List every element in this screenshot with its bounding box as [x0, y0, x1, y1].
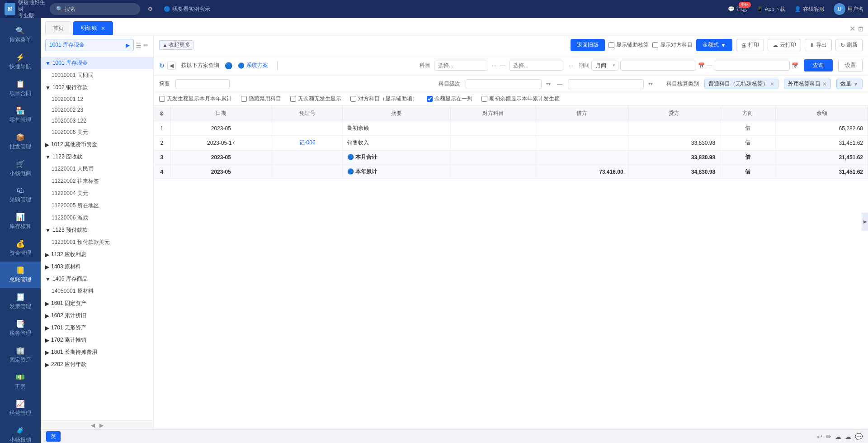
cb-no-balance2[interactable]: 无余额无发生显示 — [290, 95, 341, 103]
voucher-link[interactable]: 记-006 — [299, 139, 316, 146]
sidebar-item-operation[interactable]: 📈 经营管理 — [0, 395, 41, 422]
cb-balance-one-col[interactable]: 余额显示在一列 — [427, 95, 472, 103]
cb-no-balance[interactable]: 无发生额显示本月本年累计 — [159, 95, 232, 103]
tab-home[interactable]: 首页 — [45, 21, 71, 35]
style-btn[interactable]: 金额式 ▼ — [696, 39, 732, 51]
filter-settings-btn[interactable]: 设置 — [838, 59, 863, 72]
tree-item-11220006[interactable]: 11220006 游戏 — [41, 212, 153, 224]
tag-close-icon[interactable]: ✕ — [770, 81, 774, 87]
tag-normal-account[interactable]: 普通科目（无特殊核算） ✕ — [704, 79, 778, 89]
close-icon[interactable]: ✕ — [849, 24, 855, 33]
col-settings[interactable]: ⚙ — [154, 106, 170, 121]
refresh-btn[interactable]: ↻ 刷新 — [835, 39, 863, 51]
tree-item-14050001[interactable]: 14050001 原材料 — [41, 285, 153, 297]
tree-item-1405[interactable]: ▼ 1405 库存商品 — [41, 273, 153, 285]
sidebar-item-invoice[interactable]: 🧾 发票管理 — [0, 288, 41, 315]
cloud-bottom-icon2[interactable]: ☁ — [845, 433, 851, 440]
tree-item-1122[interactable]: ▼ 1122 应收款 — [41, 151, 153, 163]
kemu-input[interactable] — [434, 61, 488, 71]
chat-bottom-icon[interactable]: 💬 — [855, 433, 863, 440]
sidebar-item-inventory[interactable]: 📊 库存核算 — [0, 208, 41, 235]
sidebar-item-general[interactable]: 📒 总账管理 — [0, 262, 41, 288]
demo-link[interactable]: 🔵 我要看实例演示 — [164, 5, 210, 13]
account-selector[interactable]: 1001 库存现金 ▶ — [45, 39, 134, 51]
export-btn[interactable]: ⬆ 导出 — [805, 39, 832, 51]
tag-close-icon2[interactable]: ✕ — [822, 81, 827, 87]
sidebar-item-purchase[interactable]: 🛍 采购管理 — [0, 182, 41, 208]
undo-icon[interactable]: ↩ — [817, 433, 822, 440]
tree-item-1701[interactable]: ▶ 1701 无形资产 — [41, 322, 153, 334]
cb-period-balance[interactable]: 期初余额显示本年累计发生额 — [481, 95, 560, 103]
cloud-bottom-icon[interactable]: ☁ — [835, 433, 841, 440]
user-avatar[interactable]: U 用户名 — [834, 3, 863, 15]
sidebar-item-salary[interactable]: 💵 工资 — [0, 368, 41, 395]
tree-item-2202[interactable]: ▶ 2202 应付年款 — [41, 358, 153, 371]
right-arrow-icon[interactable]: ▶ — [99, 422, 104, 429]
gear-icon[interactable]: ⚙ — [144, 3, 156, 15]
sidebar-item-retail[interactable]: 🏪 零售管理 — [0, 102, 41, 129]
show-contra-checkbox[interactable]: 显示对方科目 — [652, 41, 693, 49]
sidebar-item-project[interactable]: 📋 项目合同 — [0, 75, 41, 102]
maximize-icon[interactable]: ⊡ — [858, 25, 863, 33]
left-arrow-icon[interactable]: ◀ — [91, 422, 95, 429]
edit-icon[interactable]: ✏ — [143, 42, 149, 49]
level-end-wrapper[interactable]: ▼ — [649, 81, 654, 86]
sidebar-item-sales[interactable]: 🧳 小畅报销 — [0, 422, 41, 443]
collapse-more-btn[interactable]: ▲ 收起更多 — [159, 40, 193, 50]
sidebar-item-capital[interactable]: 💰 资金管理 — [0, 235, 41, 262]
sidebar-item-search[interactable]: 🔍 搜索菜单 — [0, 22, 41, 48]
period-type-select[interactable]: 月间 — [591, 61, 618, 71]
cloud-print-btn[interactable]: ☁ 云打印 — [768, 39, 801, 51]
cb-show-contra[interactable]: 对方科目（显示辅助项） — [350, 95, 418, 103]
tree-item-1012[interactable]: ▶ 1012 其他货币资金 — [41, 138, 153, 151]
period-calendar-icon[interactable]: 📅 — [698, 62, 705, 69]
collapse-left-btn[interactable]: ◀ — [167, 62, 176, 70]
sidebar-item-assets[interactable]: 🏢 固定资产 — [0, 342, 41, 368]
topbar-search[interactable]: 🔍 搜索 — [50, 3, 140, 15]
cb-hide-disabled[interactable]: 隐藏禁用科目 — [241, 95, 281, 103]
level-start-input[interactable]: 1级 — [466, 79, 542, 89]
tag-foreign-currency[interactable]: 外币核算科目 ✕ — [784, 79, 831, 89]
plan-item[interactable]: 🔵 系统方案 — [238, 62, 268, 69]
tree-item-1602[interactable]: ▶ 1602 累计折旧 — [41, 310, 153, 322]
tree-item-11220001[interactable]: 11220001 人民币 — [41, 163, 153, 175]
period-start-input[interactable]: 2023-05 — [620, 61, 696, 71]
print-btn[interactable]: 🖨 打印 — [736, 39, 764, 51]
sidebar-item-wholesale[interactable]: 📦 批发管理 — [0, 129, 41, 155]
tree-item-1601[interactable]: ▶ 1601 固定资产 — [41, 297, 153, 310]
tree-item-10020003[interactable]: 10020003 122 — [41, 115, 153, 126]
sidebar-item-ecommerce[interactable]: 🛒 小畅电商 — [0, 155, 41, 182]
tree-item-11230001[interactable]: 11230001 预付款款美元 — [41, 236, 153, 248]
kemu-input2[interactable] — [509, 61, 563, 71]
tree-item-1403[interactable]: ▶ 1403 原材料 — [41, 261, 153, 273]
tree-item-10010001[interactable]: 10010001 同同同 — [41, 69, 153, 81]
tree-item-11220004[interactable]: 11220004 美元 — [41, 187, 153, 200]
query-btn[interactable]: 查询 — [804, 59, 833, 71]
show-aux-checkbox[interactable]: 显示辅助核算 — [609, 41, 649, 49]
edit-bottom-icon[interactable]: ✏ — [826, 433, 831, 440]
summary-input[interactable] — [175, 79, 230, 89]
online-service-btn[interactable]: 👤 在线客服 — [794, 5, 825, 13]
tree-item-1002[interactable]: ▼ 1002 银行存款 — [41, 81, 153, 94]
tree-item-10020001[interactable]: 10020001 12 — [41, 94, 153, 105]
message-btn[interactable]: 💬 消息 99+ — [728, 5, 747, 13]
tree-item-1123[interactable]: ▼ 1123 预付款款 — [41, 224, 153, 236]
sidebar-item-tax[interactable]: 📑 税务管理 — [0, 315, 41, 342]
tree-item-11220002[interactable]: 11220002 往来标签 — [41, 175, 153, 187]
period-type-wrapper[interactable]: 月间 — [591, 61, 618, 71]
tab-detail[interactable]: 明细账 ✕ — [73, 21, 113, 35]
period-calendar-icon2[interactable]: 📅 — [792, 62, 798, 69]
back-to-old-btn[interactable]: 退回旧版 — [571, 39, 605, 51]
tab-close-icon[interactable]: ✕ — [101, 25, 105, 32]
tree-item-1702[interactable]: ▶ 1702 累计摊销 — [41, 334, 153, 346]
tree-item-10020006[interactable]: 10020006 美元 — [41, 126, 153, 138]
plan-filter-icon2[interactable]: 🔵 — [225, 62, 232, 69]
sidebar-item-shortcut[interactable]: ⚡ 快捷导航 — [0, 48, 41, 75]
tag-quantity[interactable]: 数量 ▼ — [836, 79, 863, 89]
period-end-input[interactable]: 2023-05 — [714, 61, 790, 71]
tag-dropdown-icon[interactable]: ▼ — [853, 81, 859, 87]
table-settings-icon[interactable]: ⚙ — [159, 110, 164, 117]
tree-item-1001[interactable]: ▼ 1001 库存现金 — [41, 57, 153, 69]
level-end-input[interactable]: 6级 — [568, 79, 644, 89]
tree-item-10020002[interactable]: 10020002 23 — [41, 105, 153, 115]
